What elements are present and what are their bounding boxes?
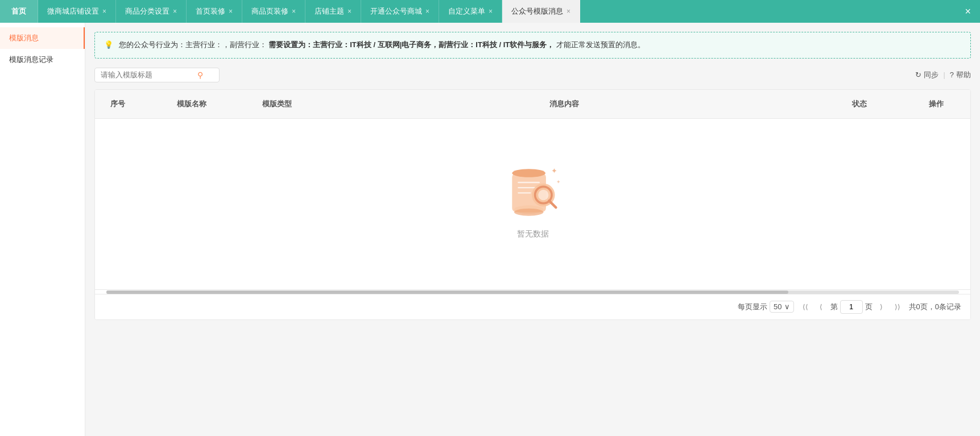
scroll-bar-track [106,290,959,294]
pagination: 每页显示 50 ∨ ⟨⟨ ⟨ 第 页 ⟩ ⟩⟩ 共0页，0条记录 [95,294,970,319]
svg-point-2 [512,169,545,177]
col-seq: 序号 [95,95,140,113]
last-page-button[interactable]: ⟩⟩ [891,300,904,314]
tab-open-mall[interactable]: 开通公众号商城 × [361,0,439,23]
tab-home-decor[interactable]: 首页装修 × [187,0,242,23]
tab-shop-theme[interactable]: 店铺主题 × [305,0,361,23]
tab-template-msg-close[interactable]: × [567,7,570,15]
tab-wechat-shop-label: 微商城店铺设置 [47,6,99,16]
tab-home-label: 首页 [11,6,26,16]
svg-text:✦: ✦ [556,179,561,185]
page-nav: ⟨⟨ ⟨ 第 页 ⟩ ⟩⟩ [799,300,904,314]
next-page-button[interactable]: ⟩ [875,300,888,314]
col-status: 状态 [817,95,902,113]
table-body: ✦ ✦ 暂无数据 [95,119,970,289]
tab-custom-menu[interactable]: 自定义菜单 × [439,0,502,23]
tab-template-msg-label: 公众号模版消息 [511,6,563,16]
table-header: 序号 模版名称 模版类型 消息内容 状态 操作 [95,90,970,119]
tab-template-msg[interactable]: 公众号模版消息 × [502,0,580,23]
chevron-down-icon: ∨ [784,302,790,311]
toolbar-right: ↻ 同步 | ? 帮助 [915,70,971,80]
tab-home-decor-label: 首页装修 [196,6,225,16]
col-type: 模版类型 [243,95,311,113]
tab-wechat-shop-close[interactable]: × [102,7,106,15]
main-content: 💡 您的公众号行业为：主营行业：，副营行业： 需要设置为：主营行业：IT科技 /… [85,23,980,436]
search-icon[interactable]: ⚲ [197,70,203,80]
tab-wechat-shop[interactable]: 微商城店铺设置 × [38,0,116,23]
tab-product-category-label: 商品分类设置 [125,6,169,16]
page-suffix-label: 页 [865,302,873,312]
col-name: 模版名称 [140,95,243,113]
total-records-label: 共0页，0条记录 [909,302,961,312]
sync-button[interactable]: ↻ 同步 [915,70,938,80]
sidebar: 模版消息 模版消息记录 [0,23,85,436]
help-button[interactable]: ? 帮助 [950,70,971,80]
notice-text-highlight: 需要设置为：主营行业：IT科技 / 互联网|电子商务，副营行业：IT科技 / I… [268,40,554,49]
svg-point-9 [538,190,548,200]
page-size-select: 每页显示 50 ∨ [738,301,793,313]
tab-shop-theme-label: 店铺主题 [315,6,344,16]
sidebar-item-template-msg-label: 模版消息 [9,34,39,42]
svg-point-3 [514,209,543,216]
empty-illustration: ✦ ✦ [502,157,564,220]
notice-icon: 💡 [104,40,113,49]
layout: 模版消息 模版消息记录 💡 您的公众号行业为：主营行业：，副营行业： 需要设置为… [0,23,980,436]
sidebar-item-template-msg[interactable]: 模版消息 [0,27,85,49]
tab-open-mall-label: 开通公众号商城 [370,6,422,16]
help-label: 帮助 [956,70,971,80]
scroll-bar-thumb[interactable] [106,290,788,294]
page-prefix-label: 第 [830,302,838,312]
sync-label: 同步 [924,70,938,80]
prev-page-button[interactable]: ⟨ [814,300,828,314]
first-page-button[interactable]: ⟨⟨ [799,300,812,314]
tab-home[interactable]: 首页 [0,0,38,23]
page-size-label: 每页显示 [738,302,767,312]
tab-home-decor-close[interactable]: × [229,7,233,15]
search-input-wrap[interactable]: ⚲ [94,68,220,82]
page-size-dropdown[interactable]: 50 ∨ [770,301,793,313]
help-icon: ? [950,70,954,79]
notice-text-prefix: 您的公众号行业为：主营行业：，副营行业： [119,40,267,49]
sync-icon: ↻ [915,70,921,79]
col-content: 消息内容 [311,95,817,113]
tab-bar-close-all[interactable]: × [956,0,980,23]
tab-bar: 首页 微商城店铺设置 × 商品分类设置 × 首页装修 × 商品页装修 × 店铺主… [0,0,980,23]
empty-text: 暂无数据 [517,229,549,239]
sidebar-item-template-log[interactable]: 模版消息记录 [0,49,85,70]
tab-product-decor-label: 商品页装修 [251,6,288,16]
tab-open-mall-close[interactable]: × [425,7,429,15]
search-bar: ⚲ ↻ 同步 | ? 帮助 [94,68,971,82]
tab-product-category[interactable]: 商品分类设置 × [116,0,187,23]
data-table: 序号 模版名称 模版类型 消息内容 状态 操作 [94,89,971,320]
tab-product-decor[interactable]: 商品页装修 × [242,0,305,23]
tab-product-decor-close[interactable]: × [292,7,296,15]
sidebar-item-template-log-label: 模版消息记录 [9,55,53,64]
tab-custom-menu-label: 自定义菜单 [448,6,485,16]
notice-text-suffix: 才能正常发送预置的消息。 [556,40,645,49]
scroll-bar-area[interactable] [95,289,970,294]
toolbar-divider: | [943,70,945,79]
tab-product-category-close[interactable]: × [173,7,177,15]
current-page-input[interactable] [840,300,863,314]
svg-text:✦: ✦ [551,166,557,175]
search-input[interactable] [101,70,197,79]
page-size-value: 50 [774,302,781,311]
empty-state: ✦ ✦ 暂无数据 [502,157,564,239]
tab-custom-menu-close[interactable]: × [489,7,493,15]
tab-shop-theme-close[interactable]: × [348,7,352,15]
notice-banner: 💡 您的公众号行业为：主营行业：，副营行业： 需要设置为：主营行业：IT科技 /… [94,32,971,59]
col-actions: 操作 [902,95,970,113]
